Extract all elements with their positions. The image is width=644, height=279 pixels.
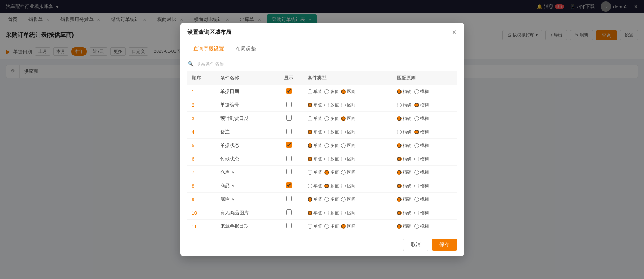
dialog-tab-bar: 查询字段设置 布局调整 bbox=[180, 42, 464, 56]
tab-layout-adjust[interactable]: 布局调整 bbox=[230, 42, 262, 56]
dialog-header: 设置查询区域布局 ✕ bbox=[180, 23, 464, 42]
col-display: 显示 bbox=[274, 71, 303, 84]
search-input[interactable] bbox=[196, 61, 269, 67]
dialog-title: 设置查询区域布局 bbox=[187, 29, 231, 36]
table-header-row: 顺序 条件名称 显示 条件类型 匹配原则 bbox=[187, 71, 457, 84]
col-order: 顺序 bbox=[187, 71, 216, 84]
col-match: 匹配原则 bbox=[392, 71, 457, 84]
col-name: 条件名称 bbox=[216, 71, 274, 84]
search-icon: 🔍 bbox=[187, 61, 194, 67]
conditions-table: 顺序 条件名称 显示 条件类型 匹配原则 1单据日期单值多值区间精确模糊2单据编… bbox=[187, 71, 457, 84]
tab-query-fields[interactable]: 查询字段设置 bbox=[187, 42, 230, 56]
dialog-search-area: 🔍 bbox=[180, 56, 464, 71]
settings-dialog: 设置查询区域布局 ✕ 查询字段设置 布局调整 🔍 顺序 条件名称 显示 条件类型 bbox=[180, 23, 464, 84]
dialog-table-wrap: 顺序 条件名称 显示 条件类型 匹配原则 1单据日期单值多值区间精确模糊2单据编… bbox=[180, 71, 464, 84]
dialog-overlay: 设置查询区域布局 ✕ 查询字段设置 布局调整 🔍 顺序 条件名称 显示 条件类型 bbox=[0, 0, 644, 84]
dialog-close-button[interactable]: ✕ bbox=[451, 29, 457, 36]
col-type: 条件类型 bbox=[303, 71, 393, 84]
